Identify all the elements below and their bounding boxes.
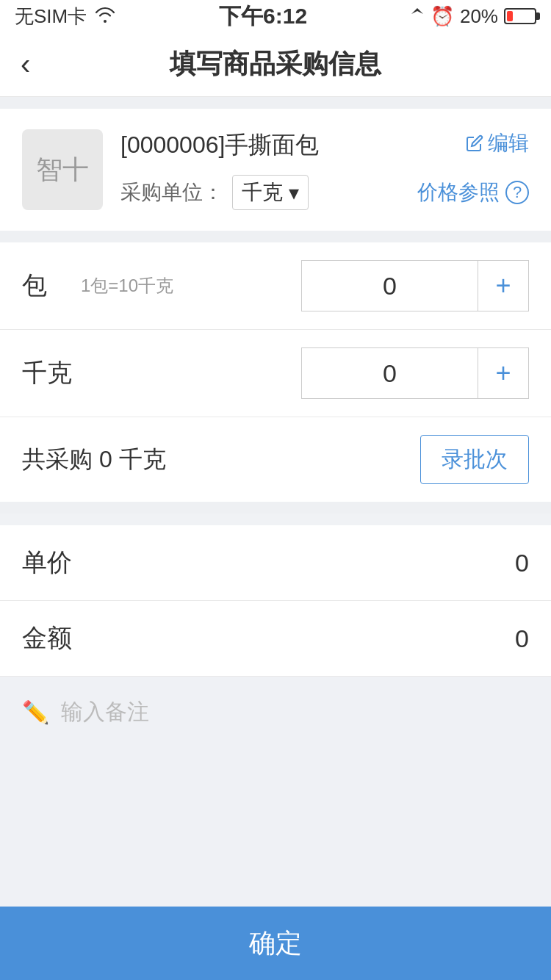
kg-number-input[interactable]: [301, 347, 478, 399]
signal-text: 无SIM卡: [15, 4, 87, 29]
kg-input-right: +: [301, 347, 529, 399]
edit-label: 编辑: [488, 129, 529, 157]
notes-section[interactable]: ✏️ 输入备注: [0, 677, 551, 748]
summary-amount: 0: [99, 446, 112, 472]
amount-value: 0: [515, 624, 529, 653]
amount-label: 金额: [22, 621, 72, 655]
location-icon: [410, 5, 425, 28]
dropdown-arrow-icon: ▾: [289, 181, 299, 205]
top-divider: [0, 97, 551, 109]
notes-placeholder: 输入备注: [61, 697, 149, 727]
price-ref-button[interactable]: 价格参照 ?: [417, 179, 529, 206]
page-title: 填写商品采购信息: [170, 46, 381, 82]
status-right: ⏰ 20%: [410, 5, 536, 28]
bao-label: 包: [22, 269, 66, 303]
status-bar: 无SIM卡 下午6:12 ⏰ 20%: [0, 0, 551, 32]
price-value: 0: [515, 549, 529, 577]
input-section: 包 1包=10千克 + 千克 +: [0, 242, 551, 417]
mid-divider-2: [0, 502, 551, 514]
amount-row: 金额 0: [0, 601, 551, 677]
wifi-icon: [94, 5, 116, 28]
status-left: 无SIM卡: [15, 4, 116, 29]
kg-label: 千克: [22, 356, 72, 390]
back-button[interactable]: ‹: [21, 48, 30, 81]
status-time: 下午6:12: [219, 1, 307, 32]
price-section: 单价 0 金额 0: [0, 525, 551, 677]
product-logo: 智十: [36, 152, 89, 188]
summary-text: 共采购 0 千克: [22, 444, 166, 476]
edit-button[interactable]: 编辑: [466, 129, 529, 157]
mid-divider-1: [0, 231, 551, 242]
bao-sub-label: 1包=10千克: [81, 274, 287, 298]
nav-bar: ‹ 填写商品采购信息: [0, 32, 551, 97]
pencil-icon: ✏️: [22, 699, 49, 725]
product-card: 智十 [0000006]手撕面包 编辑 采购单位： 千克 ▾: [0, 109, 551, 231]
product-name: [0000006]手撕面包: [120, 129, 319, 162]
price-label: 单价: [22, 546, 72, 580]
bao-input-right: +: [301, 260, 529, 311]
bao-plus-button[interactable]: +: [478, 260, 529, 311]
summary-row: 共采购 0 千克 录批次: [0, 417, 551, 502]
bao-number-input[interactable]: [301, 260, 478, 311]
unit-select[interactable]: 千克 ▾: [232, 175, 309, 210]
unit-prefix: 采购单位：: [120, 179, 223, 206]
product-image: 智十: [22, 129, 103, 210]
kg-plus-button[interactable]: +: [478, 347, 529, 399]
kg-input-row: 千克 +: [0, 330, 551, 417]
batch-button[interactable]: 录批次: [420, 435, 529, 484]
price-ref-label: 价格参照: [417, 179, 500, 206]
confirm-button[interactable]: 确定: [0, 907, 551, 980]
battery-icon: [504, 8, 536, 24]
battery-percent: 20%: [460, 5, 498, 28]
product-info: [0000006]手撕面包 编辑 采购单位： 千克 ▾ 价格参照 ?: [120, 129, 529, 210]
bao-input-row: 包 1包=10千克 +: [0, 242, 551, 330]
alarm-icon: ⏰: [431, 5, 454, 28]
unit-value: 千克: [242, 179, 283, 206]
product-title-row: [0000006]手撕面包 编辑: [120, 129, 529, 162]
help-icon[interactable]: ?: [505, 181, 529, 204]
price-row: 单价 0: [0, 525, 551, 601]
product-unit-row: 采购单位： 千克 ▾ 价格参照 ?: [120, 175, 529, 210]
